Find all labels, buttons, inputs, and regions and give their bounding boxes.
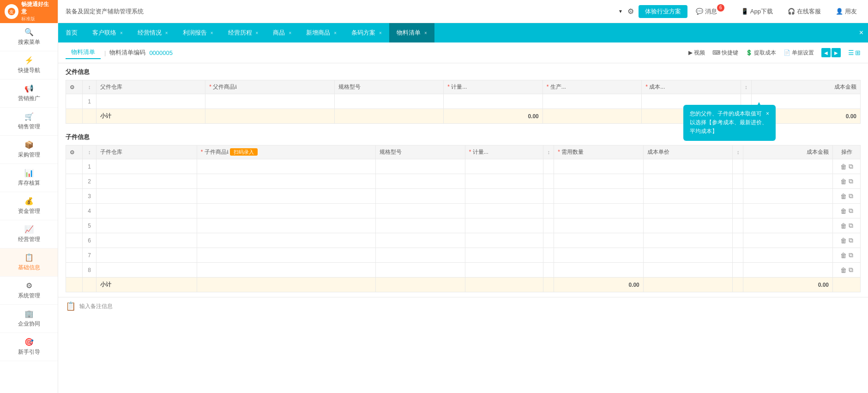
child-row1-warehouse[interactable] — [96, 159, 197, 174]
tab-barcode-close[interactable]: × — [379, 30, 382, 36]
child-row5-unit-price[interactable] — [643, 218, 733, 233]
child-row5-unit[interactable] — [465, 218, 543, 233]
child-row4-qty[interactable] — [554, 204, 644, 218]
child-row2-warehouse[interactable] — [96, 174, 197, 189]
system-dropdown-arrow[interactable]: ▼ — [618, 9, 623, 14]
message-button[interactable]: 💬 消息 6 — [692, 6, 730, 18]
sidebar-item-sales[interactable]: 🛒 销售管理 — [0, 108, 58, 136]
parent-row1-warehouse[interactable] — [96, 94, 205, 109]
delete-icon-row7[interactable]: 🗑 — [840, 252, 847, 259]
child-row2-product[interactable] — [197, 174, 375, 189]
copy-icon-row7[interactable]: ⧉ — [849, 251, 853, 259]
child-row1-spec[interactable] — [376, 159, 465, 174]
tab-addproduct[interactable]: 新增商品 × — [299, 23, 344, 42]
tab-history-close[interactable]: × — [256, 30, 259, 36]
child-row5-warehouse[interactable] — [96, 218, 197, 233]
delete-icon-row3[interactable]: 🗑 — [840, 193, 847, 200]
tab-profit[interactable]: 利润报告 × — [175, 23, 221, 42]
sub-tab-bom[interactable]: 物料清单 — [66, 46, 101, 59]
child-row6-unit-price[interactable] — [643, 233, 733, 248]
child-row4-unit-price[interactable] — [643, 204, 733, 218]
child-row5-qty[interactable] — [554, 218, 644, 233]
delete-icon-row8[interactable]: 🗑 — [840, 266, 847, 274]
child-settings-icon[interactable]: ⚙ — [70, 149, 75, 156]
settings-icon[interactable]: ⚙ — [627, 7, 634, 16]
copy-icon-row8[interactable]: ⧉ — [849, 266, 853, 274]
tab-history[interactable]: 经营历程 × — [221, 23, 266, 42]
child-row8-qty[interactable] — [554, 263, 644, 278]
tooltip-close-btn[interactable]: × — [766, 109, 769, 118]
copy-icon-row6[interactable]: ⧉ — [849, 236, 853, 244]
tab-operation[interactable]: 经营情况 × — [130, 23, 175, 42]
parent-row1-production[interactable] — [542, 94, 641, 109]
child-row7-unit[interactable] — [465, 248, 543, 263]
sidebar-item-marketing[interactable]: 📢 营销推广 — [0, 79, 58, 108]
delete-icon-row6[interactable]: 🗑 — [840, 237, 847, 244]
child-row2-qty[interactable] — [554, 174, 644, 189]
sidebar-item-basic[interactable]: 📋 基础信息 — [0, 248, 58, 277]
child-row7-warehouse[interactable] — [96, 248, 197, 263]
prev-arrow[interactable]: ◀ — [821, 48, 831, 57]
parent-row1-unit[interactable] — [444, 94, 542, 109]
tab-bom-close[interactable]: × — [424, 30, 427, 36]
app-download-button[interactable]: 📱 App下载 — [737, 6, 777, 18]
child-row1-qty[interactable] — [554, 159, 644, 174]
tab-home[interactable]: 首页 — [58, 23, 85, 42]
child-row3-warehouse[interactable] — [96, 189, 197, 204]
child-row1-unit-price[interactable] — [643, 159, 733, 174]
child-row6-unit[interactable] — [465, 233, 543, 248]
delete-icon-row5[interactable]: 🗑 — [840, 222, 847, 230]
tab-customer[interactable]: 客户联络 × — [85, 23, 130, 42]
child-row4-warehouse[interactable] — [96, 204, 197, 218]
sidebar-item-guide[interactable]: 🎯 新手引导 — [0, 333, 58, 361]
child-row7-qty[interactable] — [554, 248, 644, 263]
sidebar-item-quicknav[interactable]: ⚡ 快捷导航 — [0, 51, 58, 79]
online-service-button[interactable]: 🎧 在线客服 — [784, 6, 825, 18]
tab-product[interactable]: 商品 × — [265, 23, 299, 42]
next-arrow[interactable]: ▶ — [832, 48, 841, 57]
child-row3-unit[interactable] — [465, 189, 543, 204]
child-row7-product[interactable] — [197, 248, 375, 263]
child-row3-product[interactable] — [197, 189, 375, 204]
copy-icon-row2[interactable]: ⧉ — [849, 177, 853, 185]
view-toggle[interactable]: ☰ ⊞ — [848, 49, 861, 56]
shortcut-button[interactable]: ⌨ 快捷键 — [712, 49, 738, 57]
child-row8-warehouse[interactable] — [96, 263, 197, 278]
setting-button[interactable]: 📄 单据设置 — [784, 49, 814, 57]
copy-icon-row4[interactable]: ⧉ — [849, 207, 853, 215]
cost-button[interactable]: 💲 提取成本 — [746, 49, 776, 57]
sidebar-item-purchase[interactable]: 📦 采购管理 — [0, 136, 58, 164]
child-row1-product[interactable] — [197, 159, 375, 174]
child-row3-unit-price[interactable] — [643, 189, 733, 204]
child-row4-unit[interactable] — [465, 204, 543, 218]
child-row6-qty[interactable] — [554, 233, 644, 248]
trial-button[interactable]: 体验行业方案 — [639, 5, 687, 18]
child-row7-spec[interactable] — [376, 248, 465, 263]
child-row1-unit[interactable] — [465, 159, 543, 174]
child-row5-product[interactable] — [197, 218, 375, 233]
child-row6-product[interactable] — [197, 233, 375, 248]
copy-icon-row1[interactable]: ⧉ — [849, 163, 853, 170]
child-row6-warehouse[interactable] — [96, 233, 197, 248]
tab-barcode[interactable]: 条码方案 × — [344, 23, 389, 42]
view-button[interactable]: ▶ 视频 — [688, 49, 705, 57]
child-row7-unit-price[interactable] — [643, 248, 733, 263]
parent-row1-product[interactable] — [205, 94, 335, 109]
scan-button[interactable]: 扫码录入 — [230, 148, 258, 156]
child-row2-unit-price[interactable] — [643, 174, 733, 189]
delete-icon-row2[interactable]: 🗑 — [840, 178, 847, 185]
child-row2-unit[interactable] — [465, 174, 543, 189]
copy-icon-row5[interactable]: ⧉ — [849, 222, 853, 230]
parent-row1-spec[interactable] — [335, 94, 444, 109]
parent-settings-icon[interactable]: ⚙ — [70, 84, 75, 91]
sidebar-item-system[interactable]: ⚙ 系统管理 — [0, 277, 58, 305]
sidebar-item-finance[interactable]: 💰 资金管理 — [0, 192, 58, 220]
user-button[interactable]: 👤 用友 — [832, 6, 861, 18]
tab-customer-close[interactable]: × — [120, 30, 123, 36]
child-row8-product[interactable] — [197, 263, 375, 278]
child-row2-spec[interactable] — [376, 174, 465, 189]
tab-profit-close[interactable]: × — [211, 30, 213, 36]
close-all-tabs[interactable]: × — [855, 29, 868, 37]
child-row4-spec[interactable] — [376, 204, 465, 218]
tab-addproduct-close[interactable]: × — [334, 30, 337, 36]
